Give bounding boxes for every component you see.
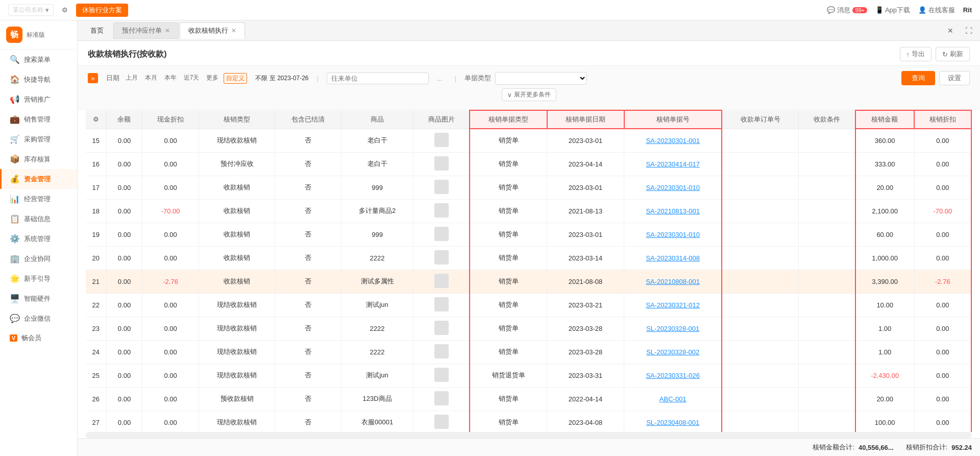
horizontal-scrollbar[interactable] xyxy=(86,432,972,438)
cell-writeoff-amount: 100.00 xyxy=(855,411,914,432)
window-close-button[interactable]: ✕ xyxy=(943,23,958,38)
purchase-icon: 🛒 xyxy=(10,134,20,144)
cell-writeoff-bill-type: 销货单 xyxy=(470,129,547,152)
wechat-icon: 💬 xyxy=(10,314,20,323)
cell-writeoff-bill-no[interactable]: SA-20230301-010 xyxy=(624,176,722,199)
tab-home[interactable]: 首页 xyxy=(82,22,112,39)
sidebar-item-operation[interactable]: 📊 经营管理 xyxy=(0,189,77,209)
sidebar-item-marketing[interactable]: 📢 营销推广 xyxy=(0,89,77,109)
industry-button[interactable]: 休验行业方案 xyxy=(76,4,128,17)
cell-cash-discount: 0.00 xyxy=(142,293,199,317)
query-button[interactable]: 查询 xyxy=(901,71,935,85)
online-service-button[interactable]: 👤 在线客服 xyxy=(918,6,955,15)
date-this-month[interactable]: 本月 xyxy=(143,73,159,84)
collapse-icon[interactable]: » xyxy=(88,73,98,83)
cell-balance: 0.00 xyxy=(106,246,142,270)
cell-writeoff-bill-no[interactable]: SA-20230301-001 xyxy=(624,129,722,152)
collapse-btn[interactable]: » xyxy=(88,73,98,83)
window-maximize-button[interactable]: ⛶ xyxy=(962,23,976,38)
sidebar-item-member[interactable]: V 畅会员 xyxy=(0,328,77,348)
messages-badge: 99+ xyxy=(852,7,867,13)
messages-button[interactable]: 💬 消息 99+ xyxy=(827,6,867,15)
cell-product: 老白干 xyxy=(341,152,413,176)
date-custom[interactable]: 自定义 xyxy=(224,73,247,84)
cell-writeoff-type: 预收款核销 xyxy=(199,387,275,411)
sidebar-item-guide[interactable]: 🌟 新手引导 xyxy=(0,269,77,289)
date-this-year[interactable]: 本年 xyxy=(162,73,179,84)
member-icon: V xyxy=(10,334,17,342)
cell-writeoff-amount: 60.00 xyxy=(855,223,914,246)
tab-receipt[interactable]: 收款核销执行 ✕ xyxy=(180,22,245,39)
sidebar-item-system[interactable]: ⚙️ 系统管理 xyxy=(0,229,77,249)
sidebar-item-hardware[interactable]: 🖥️ 智能硬件 xyxy=(0,289,77,308)
tab-prepay-close[interactable]: ✕ xyxy=(165,27,170,34)
cell-receipt-condition xyxy=(799,293,855,317)
cell-writeoff-bill-no[interactable]: SA-20210808-001 xyxy=(624,270,722,293)
sidebar-item-shortcut[interactable]: 🏠 快捷导航 xyxy=(0,69,77,89)
date-7days[interactable]: 近7天 xyxy=(182,73,202,84)
th-product: 商品 xyxy=(341,110,413,129)
th-settings[interactable]: ⚙ xyxy=(86,110,106,129)
cell-receipt-condition xyxy=(799,411,855,432)
date-label: 日期 xyxy=(106,74,119,83)
app-download-button[interactable]: 📱 App下载 xyxy=(875,6,910,15)
cell-writeoff-bill-no[interactable]: SL-20230328-001 xyxy=(624,317,722,340)
cell-writeoff-bill-no[interactable]: SA-20230321-012 xyxy=(624,293,722,317)
doc-type-select[interactable] xyxy=(495,72,587,85)
tab-prepay[interactable]: 预付冲应付单 ✕ xyxy=(113,22,179,39)
cell-no: 19 xyxy=(86,223,106,246)
cell-writeoff-type: 预付冲应收 xyxy=(199,152,275,176)
date-more[interactable]: 更多 xyxy=(204,73,220,84)
home-icon: 🏠 xyxy=(10,75,20,84)
cell-receipt-order-no xyxy=(722,364,798,387)
footer-amount-value: 40,556,66... xyxy=(859,444,894,451)
sidebar-item-inventory[interactable]: 📦 库存核算 xyxy=(0,149,77,169)
cell-writeoff-bill-no[interactable]: SA-20230331-026 xyxy=(624,364,722,387)
cell-writeoff-bill-no[interactable]: SA-20230414-017 xyxy=(624,152,722,176)
sidebar-item-wechat[interactable]: 💬 企业微信 xyxy=(0,308,77,328)
chevron-down-icon: ▾ xyxy=(45,6,49,14)
cell-receipt-order-no xyxy=(722,317,798,340)
filter-settings-button[interactable]: 设置 xyxy=(939,71,970,85)
th-include-settled: 包含已结清 xyxy=(275,110,341,129)
cell-writeoff-bill-no[interactable]: SL-20230328-002 xyxy=(624,340,722,364)
company-selector[interactable]: 某公司名称 ▾ xyxy=(8,4,54,16)
logo-text: 标准版 xyxy=(27,31,45,39)
cell-writeoff-bill-no[interactable]: SA-20230314-008 xyxy=(624,246,722,270)
sidebar-item-basic[interactable]: 📋 基础信息 xyxy=(0,209,77,229)
sidebar-item-finance[interactable]: 💰 资金管理 xyxy=(0,169,77,189)
cell-balance: 0.00 xyxy=(106,387,142,411)
export-button[interactable]: ↑ 导出 xyxy=(900,47,932,61)
th-product-image: 商品图片 xyxy=(413,110,470,129)
partner-input[interactable] xyxy=(327,73,429,84)
cell-no: 21 xyxy=(86,270,106,293)
cell-balance: 0.00 xyxy=(106,176,142,199)
cell-writeoff-bill-no[interactable]: SA-20210813-001 xyxy=(624,199,722,223)
ellipsis-button[interactable]: ... xyxy=(433,74,447,83)
cell-cash-discount: 0.00 xyxy=(142,246,199,270)
expand-conditions-button[interactable]: ∨ 展开更多条件 xyxy=(502,88,556,101)
cell-product-image xyxy=(413,340,470,364)
user-name[interactable]: Rit xyxy=(963,6,972,14)
sidebar-item-purchase[interactable]: 🛒 采购管理 xyxy=(0,129,77,149)
cell-receipt-condition xyxy=(799,387,855,411)
cell-writeoff-amount: 1.00 xyxy=(855,317,914,340)
date-prev-month[interactable]: 上月 xyxy=(124,73,140,84)
cell-balance: 0.00 xyxy=(106,340,142,364)
cell-writeoff-discount: 0.00 xyxy=(914,176,971,199)
cell-include-settled: 否 xyxy=(275,293,341,317)
cell-include-settled: 否 xyxy=(275,270,341,293)
sidebar-item-company[interactable]: 🏢 企业协同 xyxy=(0,249,77,269)
settings-icon[interactable]: ⚙ xyxy=(58,3,72,17)
sidebar-item-sales[interactable]: 💼 销售管理 xyxy=(0,109,77,129)
cell-writeoff-bill-no[interactable]: SA-20230301-010 xyxy=(624,223,722,246)
refresh-button[interactable]: ↻ 刷新 xyxy=(936,47,970,61)
tab-receipt-close[interactable]: ✕ xyxy=(231,27,236,34)
sidebar-item-search[interactable]: 🔍 搜索菜单 xyxy=(0,50,77,69)
cell-cash-discount: 0.00 xyxy=(142,317,199,340)
cell-receipt-condition xyxy=(799,199,855,223)
sidebar-label-purchase: 采购管理 xyxy=(24,135,51,144)
cell-writeoff-bill-no[interactable]: SL-20230408-001 xyxy=(624,411,722,432)
cell-writeoff-bill-no[interactable]: ABC-001 xyxy=(624,387,722,411)
cell-product-image xyxy=(413,387,470,411)
